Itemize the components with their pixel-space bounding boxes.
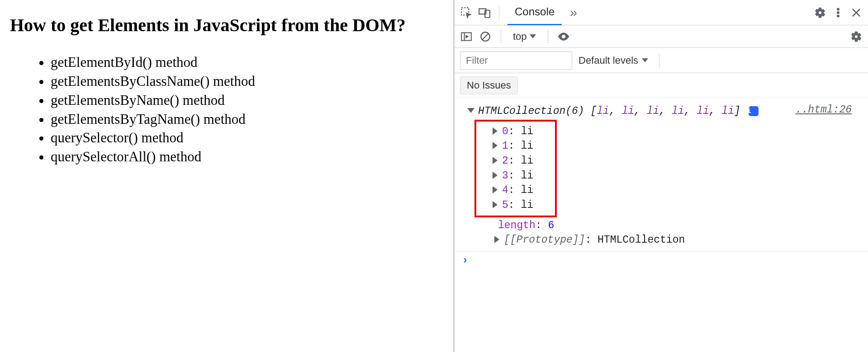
log-levels-select[interactable]: Default levels [579, 55, 648, 66]
sep: , [609, 105, 622, 117]
chevron-down-icon [642, 58, 648, 62]
disclosure-triangle-closed-icon[interactable] [494, 236, 499, 243]
devtools-toolbar-filter: Default levels [455, 48, 868, 73]
kebab-menu-icon[interactable] [832, 6, 844, 19]
devtools-toolbar-issues: No Issues [455, 73, 868, 98]
bracket-close: ] [734, 105, 740, 117]
svg-point-4 [837, 11, 840, 14]
disclosure-triangle-closed-icon[interactable] [493, 201, 498, 208]
disclosure-triangle-closed-icon[interactable] [493, 127, 498, 135]
sep: , [659, 105, 672, 117]
disclosure-triangle-closed-icon[interactable] [493, 172, 498, 179]
list-item: getElementsByClassName() method [51, 72, 443, 91]
sep: , [634, 105, 647, 117]
live-expression-eye-icon[interactable] [557, 30, 570, 43]
object-entry[interactable]: 4: li [476, 183, 533, 198]
prompt-chevron-icon: › [462, 254, 468, 267]
devtools-toolbar-console: top [455, 25, 868, 48]
object-token: li [672, 105, 684, 117]
list-item: getElementById() method [51, 53, 443, 72]
svg-point-3 [837, 8, 840, 10]
object-token: li [721, 105, 734, 117]
object-token: li [697, 105, 709, 117]
object-entry[interactable]: 1: li [476, 139, 533, 154]
object-entry[interactable]: 2: li [476, 154, 533, 169]
list-item: querySelector() method [51, 128, 443, 147]
device-toggle-icon[interactable] [478, 6, 491, 19]
bracket-open: [ [590, 105, 597, 117]
object-token: li [647, 105, 659, 117]
disclosure-triangle-closed-icon[interactable] [493, 142, 498, 149]
list-item: querySelectorAll() method [51, 147, 443, 166]
object-entry[interactable]: 5: li [476, 198, 533, 213]
list-item: getElementsByTagName() method [51, 110, 443, 129]
gear-icon[interactable] [814, 6, 826, 19]
disclosure-triangle-closed-icon[interactable] [493, 157, 498, 164]
info-icon[interactable]: i [749, 106, 759, 116]
object-length: length: 6 [478, 218, 868, 233]
log-levels-label: Default levels [579, 55, 638, 66]
element-picker-icon[interactable] [460, 6, 473, 19]
highlighted-entries-box: 0: li 1: li 2: li 3: li 4: li 5: li [474, 120, 557, 217]
console-filter-input[interactable] [460, 52, 572, 70]
object-type: HTMLCollection(6) [478, 105, 584, 117]
object-entry[interactable]: 0: li [476, 124, 533, 139]
web-page-panel: How to get Elements in JavaScript from t… [0, 0, 454, 352]
no-issues-button[interactable]: No Issues [460, 76, 518, 94]
object-token: li [621, 105, 634, 117]
methods-list: getElementById() method getElementsByCla… [10, 53, 443, 166]
tab-console[interactable]: Console [508, 0, 562, 25]
sep: , [684, 105, 697, 117]
object-prototype[interactable]: [[Prototype]]: HTMLCollection [478, 233, 868, 248]
devtools-panel: Console » top [454, 0, 868, 352]
clear-console-icon[interactable] [479, 30, 492, 43]
object-entry[interactable]: 3: li [476, 169, 533, 183]
more-tabs-icon[interactable]: » [567, 6, 580, 19]
close-icon[interactable] [850, 6, 863, 19]
svg-point-5 [837, 15, 840, 17]
devtools-toolbar-main: Console » [455, 0, 868, 25]
chevron-down-icon [530, 34, 536, 38]
object-token: li [597, 105, 609, 117]
console-output: ..html:26 HTMLCollection(6) [li, li, li,… [455, 98, 868, 352]
page-title: How to get Elements in JavaScript from t… [10, 14, 443, 36]
disclosure-triangle-closed-icon[interactable] [493, 186, 498, 193]
execution-context-select[interactable]: top [510, 31, 539, 42]
console-sidebar-toggle-icon[interactable] [460, 30, 473, 43]
console-prompt[interactable]: › [455, 251, 868, 269]
sep: , [709, 105, 722, 117]
source-link[interactable]: ..html:26 [796, 104, 852, 116]
execution-context-label: top [513, 31, 527, 42]
disclosure-triangle-open-icon[interactable] [467, 108, 474, 113]
console-settings-gear-icon[interactable] [850, 30, 863, 43]
list-item: getElementsByName() method [51, 91, 443, 110]
console-object[interactable]: HTMLCollection(6) [li, li, li, li, li, l… [455, 104, 868, 248]
